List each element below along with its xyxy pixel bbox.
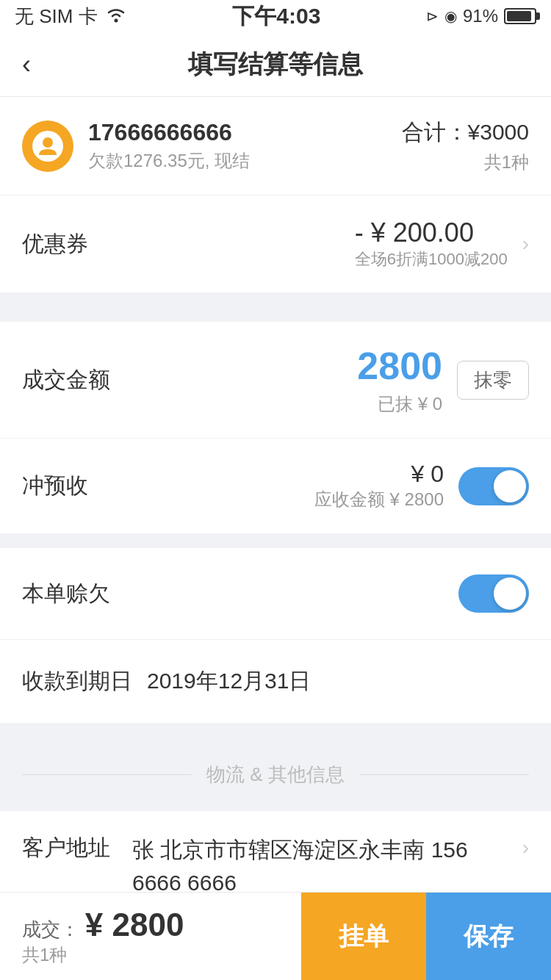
bottom-bar: 成交： ¥ 2800 共1种 挂单 保存: [0, 892, 551, 980]
total-count: 共1种: [402, 151, 529, 174]
round-btn[interactable]: 抹零: [457, 361, 529, 400]
divider-3: [0, 738, 551, 752]
amount-section: 成交金额 2800 已抹 ¥ 0 抹零 冲预收 ¥ 0 应收金额 ¥ 2800: [0, 322, 551, 533]
save-button[interactable]: 保存: [426, 893, 551, 981]
total-amount: 合计：¥3000: [402, 118, 529, 148]
pre-receipt-amount: ¥ 0 应收金额 ¥ 2800: [314, 461, 444, 511]
coupon-row[interactable]: 优惠券 - ¥ 200.00 全场6折满1000减200 ›: [0, 195, 551, 292]
debt-row: 本单赊欠: [0, 548, 551, 640]
logistics-label: 物流 & 其他信息: [192, 762, 359, 788]
amount-right: 2800 已抹 ¥ 0 抹零: [357, 344, 529, 416]
nav-bar: ‹ 填写结算等信息: [0, 32, 551, 97]
customer-row: 17666666666 欠款1276.35元, 现结 合计：¥3000 共1种: [0, 97, 551, 195]
debt-toggle[interactable]: [458, 574, 529, 613]
total-value: ¥3000: [468, 120, 529, 144]
status-right: ⊳ ◉ 91%: [426, 6, 536, 26]
bottom-summary-top: 成交： ¥ 2800: [22, 907, 279, 943]
bottom-summary-amount: ¥ 2800: [85, 907, 184, 943]
pre-receipt-row: 冲预收 ¥ 0 应收金额 ¥ 2800: [0, 439, 551, 533]
customer-section: 17666666666 欠款1276.35元, 现结 合计：¥3000 共1种 …: [0, 97, 551, 292]
amount-sub: 已抹 ¥ 0: [357, 392, 442, 416]
customer-phone: 17666666666: [88, 119, 402, 146]
coupon-label: 优惠券: [22, 229, 88, 259]
debt-section: 本单赊欠 收款到期日 2019年12月31日: [0, 548, 551, 723]
battery-percent: 91%: [463, 6, 498, 26]
pre-receipt-label: 冲预收: [22, 471, 314, 501]
svg-point-0: [114, 18, 118, 22]
status-left: 无 SIM 卡: [15, 4, 127, 29]
pre-receipt-value: ¥ 0: [314, 461, 444, 488]
address-value: 张 北京市市辖区海淀区永丰南 156 6666 6666: [132, 833, 522, 899]
address-label: 客户地址: [22, 833, 110, 863]
amount-row: 成交金额 2800 已抹 ¥ 0 抹零: [0, 322, 551, 439]
pre-receipt-right: ¥ 0 应收金额 ¥ 2800: [314, 461, 529, 511]
customer-debt: 欠款1276.35元, 现结: [88, 149, 402, 173]
amount-label: 成交金额: [22, 365, 357, 395]
wifi-icon: [105, 5, 127, 28]
bottom-summary-label: 成交：: [22, 918, 79, 940]
bottom-summary: 成交： ¥ 2800 共1种: [0, 907, 301, 967]
sim-label: 无 SIM 卡: [15, 4, 98, 29]
status-time: 下午4:03: [232, 1, 320, 32]
avatar-icon: [32, 131, 63, 162]
bottom-summary-count: 共1种: [22, 943, 279, 967]
due-date-value: 2019年12月31日: [147, 666, 311, 696]
page-title: 填写结算等信息: [188, 48, 363, 82]
debt-toggle-knob: [494, 577, 526, 610]
due-date-row: 收款到期日 2019年12月31日: [0, 640, 551, 723]
chevron-right-icon: ›: [522, 232, 529, 256]
total-label: 合计：: [402, 120, 468, 144]
alarm-icon: ◉: [444, 7, 457, 25]
hold-button[interactable]: 挂单: [301, 893, 426, 981]
divider-4: [0, 796, 551, 811]
avatar: [22, 120, 73, 172]
pre-receipt-toggle[interactable]: [458, 467, 529, 505]
svg-point-1: [43, 137, 53, 148]
customer-total: 合计：¥3000 共1种: [402, 118, 529, 174]
battery-icon: [504, 8, 536, 24]
toggle-knob: [494, 470, 526, 502]
divider-2: [0, 533, 551, 548]
customer-info: 17666666666 欠款1276.35元, 现结: [88, 119, 402, 173]
address-chevron-icon: ›: [522, 836, 529, 860]
due-date-label: 收款到期日: [22, 666, 132, 696]
pre-receipt-sub: 应收金额 ¥ 2800: [314, 488, 444, 511]
coupon-desc: 全场6折满1000减200: [355, 248, 508, 270]
coupon-right: - ¥ 200.00 全场6折满1000减200 ›: [355, 217, 529, 270]
back-button[interactable]: ‹: [22, 49, 31, 80]
logistics-divider: 物流 & 其他信息: [0, 752, 551, 796]
status-bar: 无 SIM 卡 下午4:03 ⊳ ◉ 91%: [0, 0, 551, 32]
divider-1: [0, 307, 551, 322]
coupon-amount: - ¥ 200.00: [355, 217, 515, 248]
debt-label: 本单赊欠: [22, 579, 458, 609]
location-icon: ⊳: [426, 7, 439, 25]
amount-value: 2800: [357, 344, 442, 388]
